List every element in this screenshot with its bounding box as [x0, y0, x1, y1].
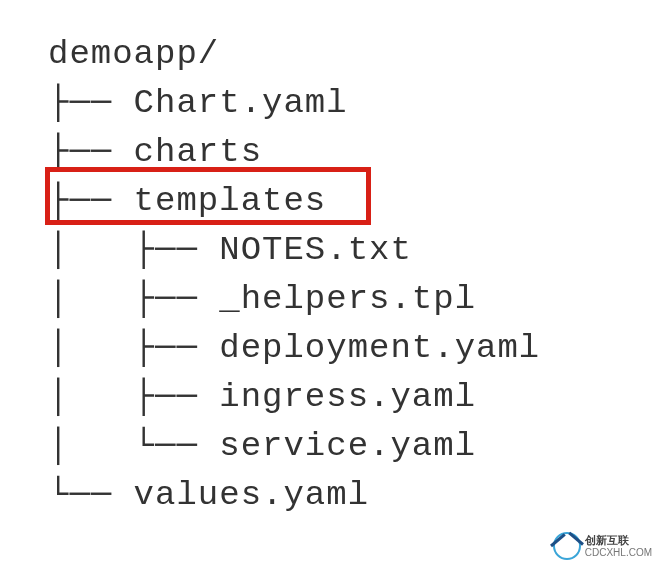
- watermark-cn: 创新互联: [585, 534, 652, 546]
- tree-dir-templates: ├── templates: [48, 177, 660, 226]
- tree-file-deployment-yaml: │ ├── deployment.yaml: [48, 324, 660, 373]
- tree-file-ingress-yaml: │ ├── ingress.yaml: [48, 373, 660, 422]
- watermark: 创新互联 CDCXHL.COM: [553, 532, 652, 560]
- watermark-en: CDCXHL.COM: [585, 547, 652, 558]
- tree-file-chart-yaml: ├── Chart.yaml: [48, 79, 660, 128]
- watermark-text: 创新互联 CDCXHL.COM: [585, 534, 652, 557]
- tree-file-values-yaml: └── values.yaml: [48, 471, 660, 520]
- watermark-logo-icon: [553, 532, 581, 560]
- tree-root: demoapp/: [48, 30, 660, 79]
- tree-file-service-yaml: │ └── service.yaml: [48, 422, 660, 471]
- tree-file-helpers-tpl: │ ├── _helpers.tpl: [48, 275, 660, 324]
- tree-dir-charts: ├── charts: [48, 128, 660, 177]
- tree-file-notes-txt: │ ├── NOTES.txt: [48, 226, 660, 275]
